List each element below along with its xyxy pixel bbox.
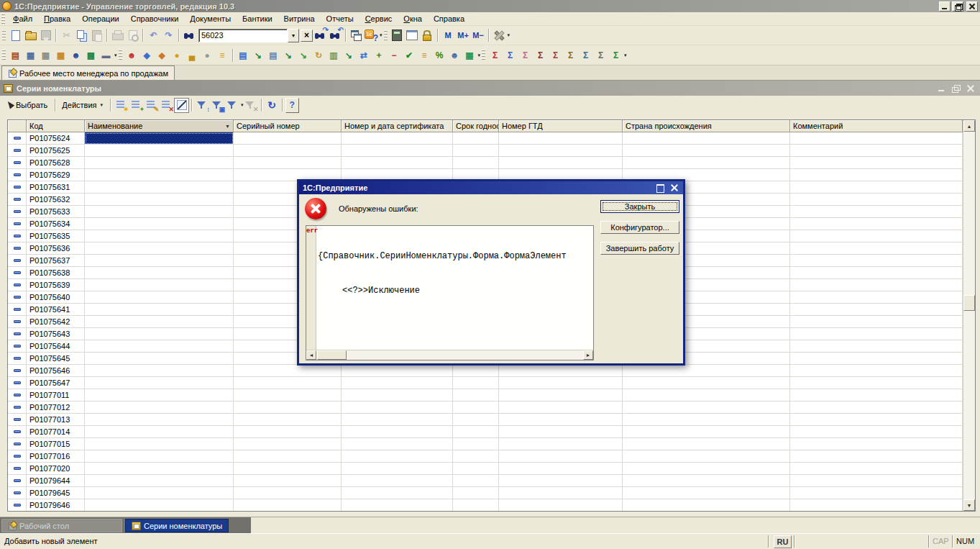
coins-cycle-icon[interactable]: ↻ (311, 47, 326, 63)
code-cell[interactable]: P01077015 (27, 438, 85, 450)
customer-icon[interactable]: ☻ (124, 47, 139, 63)
cell[interactable] (453, 499, 499, 512)
cell[interactable] (499, 426, 623, 438)
cell[interactable] (623, 157, 790, 169)
cell[interactable] (453, 401, 499, 414)
transfer-orange-icon[interactable]: ↘ (296, 47, 311, 63)
cell[interactable] (623, 389, 790, 401)
report-sigma-flag-icon[interactable]: Σ (533, 47, 548, 63)
child-restore-button[interactable] (951, 83, 962, 94)
code-cell[interactable]: P01077014 (27, 426, 85, 438)
row-marker-cell[interactable] (8, 279, 27, 291)
menu-item-1[interactable]: Правка (38, 13, 76, 24)
cell[interactable] (790, 475, 963, 487)
cell[interactable] (790, 169, 963, 181)
cell[interactable] (499, 401, 623, 414)
cell[interactable] (85, 230, 234, 242)
quit-button[interactable]: Завершить работу (600, 242, 679, 255)
cell[interactable] (85, 401, 234, 414)
cell[interactable] (342, 157, 453, 169)
cell[interactable] (453, 414, 499, 426)
cell[interactable] (790, 230, 963, 242)
cell[interactable] (85, 377, 234, 389)
code-cell[interactable]: P01075629 (27, 169, 85, 181)
row-marker-cell[interactable] (8, 340, 27, 353)
row-marker-cell[interactable] (8, 499, 27, 512)
document-plus-coins-icon[interactable]: + (372, 47, 387, 63)
cell[interactable] (85, 475, 234, 487)
code-cell[interactable]: P01075632 (27, 194, 85, 206)
row-marker-cell[interactable] (8, 487, 27, 499)
select-button[interactable]: Выбрать (3, 99, 52, 112)
cell[interactable] (623, 145, 790, 157)
cell[interactable] (85, 414, 234, 426)
cell[interactable] (234, 132, 342, 145)
cell[interactable] (342, 401, 453, 414)
report-sigma-money-icon[interactable]: Σ (578, 47, 593, 63)
row-marker-cell[interactable] (8, 230, 27, 242)
cell[interactable] (790, 267, 963, 279)
menu-item-5[interactable]: Бантики (237, 13, 278, 24)
printer-report-icon[interactable]: ▦ (23, 47, 38, 63)
cell[interactable] (453, 487, 499, 499)
cell[interactable] (85, 328, 234, 340)
code-cell[interactable]: P01075642 (27, 316, 85, 328)
order-cart-document-icon[interactable]: ▤ (236, 47, 251, 63)
scroll-left-icon[interactable]: ◄ (306, 350, 316, 360)
scroll-right-icon[interactable]: ► (583, 350, 593, 360)
code-cell[interactable]: P01075635 (27, 230, 85, 242)
cell[interactable] (234, 450, 342, 463)
transfer-gold-icon[interactable]: ↘ (281, 47, 296, 63)
cell[interactable] (342, 450, 453, 463)
cell[interactable] (453, 145, 499, 157)
row-marker-cell[interactable] (8, 463, 27, 475)
memory-m-plus-icon[interactable]: M+ (456, 28, 471, 43)
report-sigma-lock-icon[interactable]: Σ (563, 47, 578, 63)
cell[interactable] (234, 389, 342, 401)
code-cell[interactable]: P01075645 (27, 353, 85, 365)
temporary-lock-icon[interactable] (420, 28, 435, 43)
row-marker-cell[interactable] (8, 242, 27, 255)
code-cell[interactable]: P01075643 (27, 328, 85, 340)
report-sigma-blue-icon[interactable]: Σ (503, 47, 518, 63)
row-marker-cell[interactable] (8, 267, 27, 279)
column-header-4[interactable]: Номер и дата сертификата (342, 120, 453, 132)
code-cell[interactable]: P01075639 (27, 279, 85, 291)
add-group-icon[interactable]: + (129, 98, 144, 113)
code-cell[interactable]: P01079645 (27, 487, 85, 499)
cell[interactable] (790, 242, 963, 255)
cell[interactable] (342, 389, 453, 401)
code-cell[interactable]: P01075646 (27, 365, 85, 377)
document-coins-cycle-icon[interactable]: ⇄ (357, 47, 372, 63)
code-cell[interactable]: P01077012 (27, 401, 85, 414)
cell[interactable] (790, 389, 963, 401)
cell[interactable] (790, 181, 963, 194)
cell[interactable] (453, 377, 499, 389)
cell[interactable] (453, 438, 499, 450)
sales-basket-icon[interactable]: ◆ (155, 47, 170, 63)
code-cell[interactable]: P01077011 (27, 389, 85, 401)
cell[interactable] (85, 438, 234, 450)
horizontal-scrollbar[interactable]: ◄ ► (306, 350, 593, 360)
row-marker-cell[interactable] (8, 304, 27, 316)
cell[interactable] (499, 475, 623, 487)
code-cell[interactable]: P01075628 (27, 157, 85, 169)
print-icon[interactable] (110, 28, 125, 43)
cell[interactable] (453, 365, 499, 377)
coins-report-icon[interactable]: ≡ (417, 47, 432, 63)
cell[interactable] (85, 291, 234, 304)
cell[interactable] (85, 169, 234, 181)
transfer-crates-icon[interactable]: ↘ (342, 47, 357, 63)
cell[interactable] (342, 475, 453, 487)
row-marker-cell[interactable] (8, 426, 27, 438)
cell[interactable] (342, 426, 453, 438)
column-header-3[interactable]: Серийный номер (234, 120, 342, 132)
cell[interactable] (790, 353, 963, 365)
code-cell[interactable]: P01075624 (27, 132, 85, 145)
report-sigma-list-icon[interactable]: Σ (593, 47, 608, 63)
toolbar-grip[interactable] (2, 50, 6, 60)
cell[interactable] (790, 463, 963, 475)
cell[interactable] (790, 132, 963, 145)
menu-item-10[interactable]: Справка (428, 13, 470, 24)
cell[interactable] (790, 401, 963, 414)
